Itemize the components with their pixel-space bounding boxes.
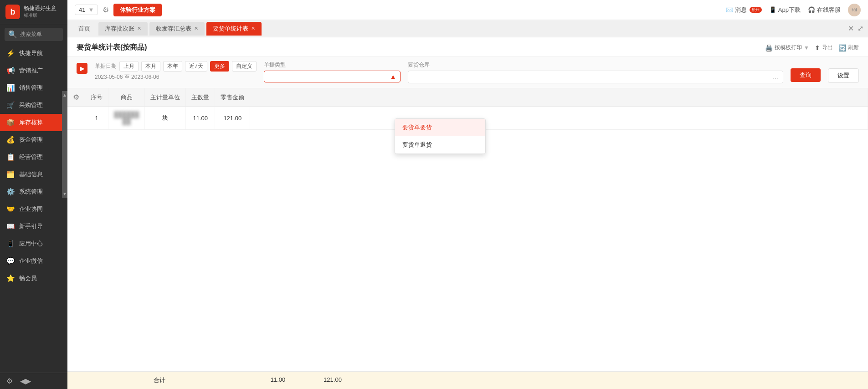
guide-icon: 📖 (6, 222, 15, 230)
filter-date-more[interactable]: 更多 (210, 61, 229, 72)
tab-order-stat[interactable]: 要货单统计表 ✕ (206, 22, 262, 36)
trial-btn[interactable]: 体验行业方案 (113, 4, 162, 16)
operations-icon: 📋 (6, 153, 15, 161)
avatar[interactable]: Rit (848, 4, 861, 16)
query-btn[interactable]: 查询 (791, 68, 821, 82)
sidebar-item-enterprise-wechat[interactable]: 💬 企业微信 (0, 252, 67, 270)
store-selector[interactable]: 41 ▼ (75, 5, 98, 15)
tab-home[interactable]: 首页 (72, 22, 97, 36)
online-service-label: 在线客服 (817, 6, 841, 14)
sidebar-item-label: 系统管理 (19, 188, 43, 196)
tabs-bar: 首页 库存批次账 ✕ 收发存汇总表 ✕ 要货单统计表 ✕ ✕ ⤢ (67, 20, 868, 37)
filter-expand-btn[interactable]: ▶ (77, 63, 87, 74)
page-header-right: 🖨️ 按模板打印 ▼ ⬆ 导出 🔄 刷新 (765, 44, 859, 51)
filter-type-label: 单据类型 (264, 61, 401, 69)
collapse-footer-icon[interactable]: ◀▶ (20, 377, 31, 385)
col-unit-header: 主计量单位 (145, 88, 186, 107)
message-label: 消息 (735, 6, 747, 14)
export-btn[interactable]: ⬆ 导出 (815, 44, 833, 51)
sidebar-item-finance[interactable]: 💰 资金管理 (0, 131, 67, 148)
filter-type-input[interactable] (268, 73, 388, 80)
row-empty (250, 107, 868, 130)
sidebar-item-basic-info[interactable]: 🗂️ 基础信息 (0, 166, 67, 183)
dropdown-item-order-return[interactable]: 要货单退货 (395, 136, 485, 154)
table-settings-btn[interactable]: 设置 (828, 68, 859, 83)
expand-tab-btn[interactable]: ⤢ (858, 24, 863, 33)
sidebar-item-marketing[interactable]: 📢 营销推广 (0, 62, 67, 79)
app-download-btn[interactable]: 📱 App下载 (769, 6, 801, 14)
sidebar-item-label: 畅会员 (19, 274, 37, 282)
row-product-blurred: ██████ ██ (114, 111, 139, 125)
message-badge: 99+ (750, 7, 762, 13)
tab-inventory-batch[interactable]: 库存批次账 ✕ (98, 22, 148, 36)
filter-warehouse-more[interactable]: … (772, 73, 779, 81)
sidebar-item-system[interactable]: ⚙️ 系统管理 (0, 183, 67, 200)
topbar-settings-icon[interactable]: ⚙ (103, 5, 109, 14)
tab-inventory-batch-close[interactable]: ✕ (137, 26, 141, 31)
sidebar-scroll-up[interactable]: ▲ (62, 91, 67, 99)
enterprise-icon: 🤝 (6, 205, 15, 213)
filter-date-7days[interactable]: 近7天 (185, 61, 207, 72)
type-dropdown: 要货单要货 要货单退货 (395, 118, 486, 154)
sidebar-item-inventory[interactable]: 📦 库存核算 (0, 114, 67, 131)
filter-date-custom[interactable]: 自定义 (232, 61, 257, 72)
member-icon: ⭐ (6, 274, 15, 282)
sidebar-item-label: 应用中心 (19, 240, 43, 248)
tab-order-stat-close[interactable]: ✕ (251, 26, 255, 31)
footer-cells: 合计 11.00 121.00 (73, 376, 863, 384)
page-title: 要货单统计表(按商品) (77, 43, 147, 52)
filter-warehouse-group: 要货仓库 … (408, 61, 783, 83)
sidebar-item-label: 快捷导航 (19, 49, 43, 57)
filter-date-last-month[interactable]: 上月 (119, 61, 139, 72)
sidebar-item-member[interactable]: ⭐ 畅会员 (0, 270, 67, 287)
sidebar-item-purchase[interactable]: 🛒 采购管理 (0, 97, 67, 114)
filter-date-this-year[interactable]: 本年 (163, 61, 182, 72)
sidebar-scroll-down[interactable]: ▼ (62, 190, 67, 198)
app-center-icon: 📱 (6, 240, 15, 248)
dropdown-item-order-goods[interactable]: 要货单要货 (395, 119, 485, 136)
sidebar-search[interactable]: 🔍 搜索菜单 (5, 28, 63, 41)
refresh-label: 刷新 (848, 44, 859, 51)
online-service-btn[interactable]: 🎧 在线客服 (808, 6, 841, 14)
sidebar-item-operations[interactable]: 📋 经营管理 (0, 148, 67, 166)
sidebar-item-guide[interactable]: 📖 新手引导 (0, 218, 67, 235)
sidebar-item-label: 营销推广 (19, 67, 43, 75)
sidebar-item-label: 新手引导 (19, 222, 43, 230)
print-label: 按模板打印 (775, 44, 802, 51)
filter-type-input-row[interactable]: ▲ (264, 71, 401, 82)
basic-info-icon: 🗂️ (6, 170, 15, 179)
tab-receive-send-close[interactable]: ✕ (194, 26, 198, 31)
print-btn[interactable]: 🖨️ 按模板打印 ▼ (765, 44, 809, 51)
filter-date-group: 单据日期 上月 本月 本年 近7天 更多 自定义 2023-05-06 至 20… (95, 61, 257, 81)
close-tab-btn[interactable]: ✕ (848, 24, 854, 33)
finance-icon: 💰 (6, 136, 15, 144)
settings-footer-icon[interactable]: ⚙ (6, 377, 13, 385)
app-download-icon: 📱 (769, 6, 776, 13)
row-unit: 块 (145, 107, 186, 130)
filter-date-this-month[interactable]: 本月 (141, 61, 160, 72)
sidebar-item-label: 企业协同 (19, 205, 43, 213)
col-index-header: 序号 (85, 88, 108, 107)
filter-warehouse-input-row[interactable]: … (408, 71, 783, 83)
sidebar-item-quick-nav[interactable]: ⚡ 快捷导航 (0, 45, 67, 62)
sidebar-logo: b 畅捷通好生意 标准版 (0, 0, 67, 24)
filter-type-arrow-up[interactable]: ▲ (390, 73, 396, 80)
table-footer: 合计 11.00 121.00 (67, 371, 868, 389)
store-dropdown-icon: ▼ (88, 6, 94, 13)
messages-btn[interactable]: ✉️ 消息 99+ (726, 6, 762, 14)
tab-receive-send-label: 收发存汇总表 (156, 25, 191, 33)
filter-bar: ▶ 单据日期 上月 本月 本年 近7天 更多 自定义 2023-05-06 至 … (67, 56, 868, 88)
page-header: 要货单统计表(按商品) 🖨️ 按模板打印 ▼ ⬆ 导出 🔄 刷新 (67, 37, 868, 56)
col-settings[interactable]: ⚙ (67, 88, 85, 107)
col-product-header: 商品 (108, 88, 145, 107)
sidebar-item-sales[interactable]: 📊 销售管理 (0, 79, 67, 97)
sales-icon: 📊 (6, 84, 15, 92)
sidebar-item-enterprise[interactable]: 🤝 企业协同 (0, 200, 67, 218)
refresh-btn[interactable]: 🔄 刷新 (838, 44, 859, 51)
filter-warehouse-input[interactable] (412, 74, 770, 81)
tab-receive-send[interactable]: 收发存汇总表 ✕ (149, 22, 205, 36)
export-icon: ⬆ (815, 44, 820, 51)
sidebar-item-app-center[interactable]: 📱 应用中心 (0, 235, 67, 252)
system-icon: ⚙️ (6, 188, 15, 196)
app-logo-icon: b (5, 5, 20, 19)
